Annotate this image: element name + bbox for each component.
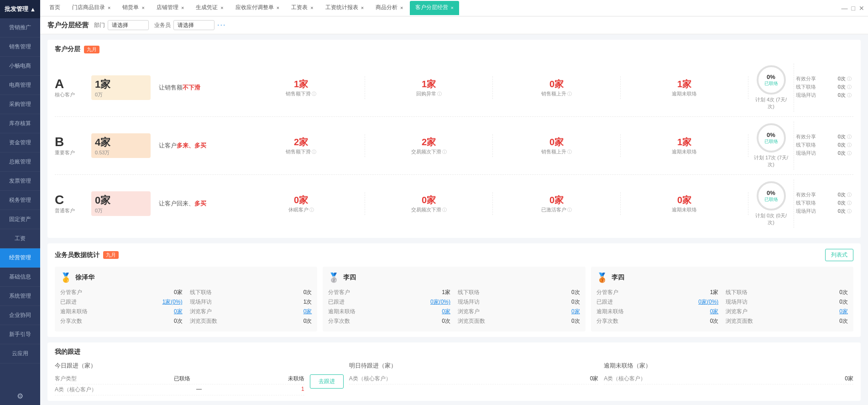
tab-close-应收应付调整单[interactable]: × (277, 5, 279, 11)
right-stat: 线下联络0次 ⓘ (796, 200, 852, 206)
right-stat: 线下联络0次 ⓘ (796, 142, 852, 148)
dept-select[interactable]: 请选择 (108, 20, 149, 30)
tab-close-店铺管理[interactable]: × (181, 5, 184, 11)
tier-label-B: B重要客户 (55, 136, 91, 156)
tab-销货单[interactable]: 销货单× (117, 1, 150, 15)
followup-section: 我的跟进 今日跟进（家） 客户类型 已联络 未联络 A类（核心客户） — (47, 342, 861, 401)
tier-circle-C: 0% 已联络 计划 0次 (0天/次) (748, 179, 794, 228)
tab-门店商品目录[interactable]: 门店商品目录× (67, 1, 116, 15)
tab-close-门店商品目录[interactable]: × (108, 5, 110, 11)
sidebar-item-营销推广[interactable]: 营销推广 (0, 18, 40, 37)
sidebar-item-总账管理[interactable]: 总账管理 (0, 153, 40, 172)
sidebar-item-发票管理[interactable]: 发票管理 (0, 172, 40, 191)
staff-left-col-1: 分管客户1家已跟进0家(0%)逾期未联络0家分享次数0次 (328, 288, 450, 326)
sidebar-item-企业协同[interactable]: 企业协同 (0, 306, 40, 325)
customer-section-header: 客户分层 九月 (55, 45, 853, 53)
tab-close-商品分析[interactable]: × (400, 5, 403, 11)
sidebar-expand-icon: ▲ (30, 6, 36, 13)
stat-label: 逾期未联络 (624, 206, 744, 213)
stat-count: 2家 (241, 136, 361, 148)
stat-count: 1家 (369, 78, 489, 90)
tab-close-工资表[interactable]: × (310, 5, 313, 11)
tab-close-生成凭证[interactable]: × (220, 5, 223, 11)
tier-main-count-C: 0家 (95, 194, 152, 207)
tab-首页[interactable]: 首页 (44, 1, 66, 15)
main-area: 首页门店商品目录×销货单×店铺管理×生成凭证×应收应付调整单×工资表×工资统计报… (40, 0, 868, 405)
sidebar-item-资金管理[interactable]: 资金管理 (0, 133, 40, 153)
staff-filter: 业务员 请选择 ··· (154, 20, 226, 30)
sidebar-item-新手引导[interactable]: 新手引导 (0, 325, 40, 344)
tier-right-stats-C: 有效分享0次 ⓘ线下联络0次 ⓘ现场拜访0次 ⓘ (794, 189, 853, 218)
staff-stat-row: 已跟进1家(0%) (60, 297, 183, 307)
tab-店铺管理[interactable]: 店铺管理× (151, 1, 189, 15)
sidebar-item-税务管理[interactable]: 税务管理 (0, 191, 40, 210)
sidebar-item-采购管理[interactable]: 采购管理 (0, 95, 40, 114)
tier-circle-B: 0% 已联络 计划 17次 (7天/次) (748, 121, 794, 170)
window-restore-icon[interactable]: □ (852, 5, 855, 12)
sidebar-item-小畅电商[interactable]: 小畅电商 (0, 57, 40, 76)
tab-生成凭证[interactable]: 生成凭证× (190, 1, 229, 15)
followup-section-title: 我的跟进 (55, 348, 80, 356)
tier-letter-C: C (55, 194, 91, 206)
today-a-row: A类（核心客户） — 1 (55, 384, 304, 395)
right-stat: 有效分享0次 ⓘ (796, 133, 852, 140)
sidebar-item-销售管理[interactable]: 销售管理 (0, 37, 40, 57)
settings-icon[interactable]: ⚙ (0, 387, 40, 405)
tab-close-销货单[interactable]: × (141, 5, 144, 11)
tab-工资统计报表[interactable]: 工资统计报表× (320, 1, 369, 15)
staff-stat-row: 逾期未联络0家 (60, 307, 183, 316)
followup-grid: 今日跟进（家） 客户类型 已联络 未联络 A类（核心客户） — 1 (55, 362, 853, 395)
sidebar-top[interactable]: 批发管理 ▲ (0, 0, 40, 18)
sidebar-item-系统管理[interactable]: 系统管理 (0, 287, 40, 306)
tier-letter-A: A (55, 78, 91, 90)
staff-stat-row: 分享次数0次 (60, 316, 183, 326)
sidebar-item-基础信息[interactable]: 基础信息 (0, 268, 40, 287)
page-header: 客户分层经营 部门 请选择 业务员 请选择 ··· (40, 16, 868, 34)
stat-label: 销售额下滑ⓘ (241, 148, 361, 155)
tier-row-B: B重要客户4家0.53万让客户多来、多买2家销售额下滑ⓘ2家交易频次下滑ⓘ0家销… (55, 117, 853, 175)
stat-已激活客户: 0家已激活客户ⓘ (493, 192, 621, 215)
stat-count: 2家 (369, 136, 489, 148)
staff-medal-1: 🥈 (328, 272, 340, 283)
staff-stat-row: 浏览页面数0次 (190, 316, 312, 326)
tab-close-工资统计报表[interactable]: × (361, 5, 364, 11)
tier-action-C: 让客户回来、多买 (155, 200, 237, 208)
sidebar-item-电商管理[interactable]: 电商管理 (0, 76, 40, 95)
more-options-icon[interactable]: ··· (217, 21, 226, 29)
right-stat: 线下联络0次 ⓘ (796, 84, 852, 90)
tab-工资表[interactable]: 工资表× (286, 1, 319, 15)
tab-商品分析[interactable]: 商品分析× (370, 1, 408, 15)
staff-stat-row: 浏览客户0家 (190, 307, 312, 316)
tier-label-A: A核心客户 (55, 78, 91, 98)
staff-stat-row: 已跟进0家(0%) (328, 297, 450, 307)
staff-select[interactable]: 请选择 (173, 20, 214, 30)
stat-count: 0家 (497, 78, 617, 90)
sidebar-item-工资[interactable]: 工资 (0, 229, 40, 248)
overdue-followup-block: 逾期未联络（家） A类（核心客户） 0家 (604, 362, 853, 384)
staff-right-col-0: 线下联络0次现场拜访1次浏览客户0家浏览页面数0次 (190, 288, 312, 326)
tab-close-客户分层经营[interactable]: × (451, 5, 454, 11)
today-followup-block: 今日跟进（家） 客户类型 已联络 未联络 A类（核心客户） — 1 (55, 362, 304, 395)
sidebar-item-经营管理[interactable]: 经营管理 (0, 248, 40, 268)
sidebar-item-云应用[interactable]: 云应用 (0, 344, 40, 363)
staff-stat-row: 分享次数0次 (328, 316, 450, 326)
tab-应收应付调整单[interactable]: 应收应付调整单× (230, 1, 285, 15)
stat-label: 销售额下滑ⓘ (241, 90, 361, 97)
stat-销售额下滑: 2家销售额下滑ⓘ (237, 134, 365, 157)
stat-label: 回购异常ⓘ (369, 90, 489, 97)
sidebar-item-库存核算[interactable]: 库存核算 (0, 114, 40, 133)
tier-right-stats-B: 有效分享0次 ⓘ线下联络0次 ⓘ现场拜访0次 ⓘ (794, 131, 853, 160)
window-minimize-icon[interactable]: — (842, 5, 848, 12)
tier-main-count-B: 4家 (95, 136, 152, 149)
staff-stat-row: 现场拜访0次 (726, 297, 848, 307)
staff-stat-row: 浏览客户0家 (726, 307, 848, 316)
tab-客户分层经营[interactable]: 客户分层经营× (410, 1, 459, 15)
go-followup-btn[interactable]: 去跟进 (310, 374, 344, 389)
window-close-icon[interactable]: ✕ (859, 5, 864, 12)
sidebar-item-固定资产[interactable]: 固定资产 (0, 210, 40, 229)
list-view-btn[interactable]: 列表式 (825, 249, 853, 261)
staff-name-0: 徐泽华 (75, 274, 94, 282)
staff-header-1: 🥈李四 (328, 272, 580, 283)
tier-name-C: 普通客户 (55, 207, 91, 214)
dept-filter: 部门 请选择 (94, 20, 149, 30)
